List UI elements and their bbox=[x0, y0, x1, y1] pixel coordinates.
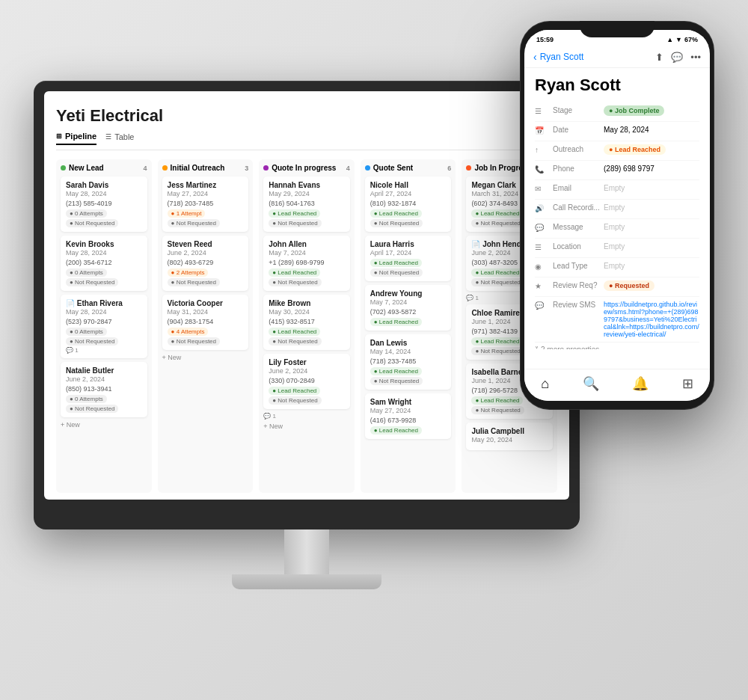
kanban-board: New Lead 4 Sarah Davis May 28, 2024 (213… bbox=[56, 159, 557, 493]
column-new-lead: New Lead 4 Sarah Davis May 28, 2024 (213… bbox=[56, 159, 152, 493]
stage-value: ● Job Complete bbox=[604, 106, 699, 114]
app-title: Yeti Electrical bbox=[56, 106, 557, 126]
battery-level: 67% bbox=[684, 36, 698, 43]
more-icon[interactable]: ••• bbox=[690, 52, 701, 63]
card-laura-harris[interactable]: Laura Harris April 17, 2024 ● Lead Reach… bbox=[365, 236, 452, 281]
lead-type-value: Empty bbox=[604, 262, 699, 270]
field-review-sms: 💬 Review SMS https://buildnetpro.github.… bbox=[535, 297, 699, 343]
lead-type-icon: ◉ bbox=[535, 262, 548, 271]
field-lead-type: ◉ Lead Type Empty bbox=[535, 258, 699, 277]
card-sarah-davis[interactable]: Sarah Davis May 28, 2024 (213) 585-4019 … bbox=[61, 176, 147, 232]
outreach-label: Outreach bbox=[553, 145, 604, 153]
email-label: Email bbox=[553, 184, 604, 192]
app-tabs: ⊞ Pipeline ☰ Table bbox=[56, 132, 557, 150]
stage-label: Stage bbox=[553, 106, 604, 114]
home-icon[interactable]: ⌂ bbox=[541, 376, 549, 392]
phone-content: Ryan Scott ☰ Stage ● Job Complete 📅 Date… bbox=[524, 68, 710, 349]
share-icon[interactable]: ⬆ bbox=[655, 52, 663, 63]
card-natalie-butler[interactable]: Natalie Butler June 2, 2024 (850) 913-39… bbox=[61, 362, 147, 417]
back-arrow-icon[interactable]: ‹ bbox=[533, 51, 537, 63]
phone-nav-icons: ⬆ 💬 ••• bbox=[655, 52, 701, 63]
location-label: Location bbox=[553, 242, 604, 251]
phone-body: 15:59 ▲ ▼ 67% ‹ Ryan Scott ⬆ 💬 ••• bbox=[520, 21, 714, 410]
col-header-quote-progress: Quote In progress 4 bbox=[263, 164, 350, 172]
add-new-lead[interactable]: + New bbox=[61, 421, 147, 429]
phone-bottom-bar: ⌂ 🔍 🔔 ⊞ bbox=[524, 369, 710, 401]
field-location: ☰ Location Empty bbox=[535, 239, 699, 258]
message-value: Empty bbox=[604, 223, 699, 231]
column-quote-sent: Quote Sent 6 Nicole Hall April 27, 2024 … bbox=[361, 159, 456, 493]
review-req-icon: ★ bbox=[535, 282, 548, 290]
phone-screen: 15:59 ▲ ▼ 67% ‹ Ryan Scott ⬆ 💬 ••• bbox=[524, 30, 710, 401]
app-content: Yeti Electrical ⊞ Pipeline ☰ Table bbox=[44, 91, 569, 500]
card-sam-wright[interactable]: Sam Wright May 27, 2024 (416) 673-9928 ●… bbox=[365, 393, 452, 439]
card-kevin-brooks[interactable]: Kevin Brooks May 28, 2024 (200) 354-6712… bbox=[61, 236, 147, 291]
add-new-outreach[interactable]: + New bbox=[162, 354, 249, 361]
card-andrew-young[interactable]: Andrew Young May 7, 2024 (702) 493-5872 … bbox=[365, 285, 452, 331]
search-bottom-icon[interactable]: 🔍 bbox=[583, 375, 599, 392]
phone-notch bbox=[580, 21, 654, 37]
chevron-down-icon: ˅ bbox=[535, 346, 539, 349]
message-label: Message bbox=[553, 223, 604, 231]
lead-type-label: Lead Type bbox=[553, 262, 604, 270]
card-ethan-rivera[interactable]: 📄 Ethan Rivera May 28, 2024 (523) 970-28… bbox=[61, 295, 147, 358]
phone-label: Phone bbox=[553, 165, 604, 173]
signal-icon: ▲ bbox=[666, 36, 673, 43]
card-julia-campbell[interactable]: Julia Campbell May 20, 2024 bbox=[466, 423, 553, 450]
card-jess-martinez[interactable]: Jess Martinez May 27, 2024 (718) 203-748… bbox=[162, 176, 249, 232]
col-dot-new-lead bbox=[61, 165, 66, 171]
message-icon: 💬 bbox=[535, 224, 548, 232]
outreach-value: ● Lead Reached bbox=[604, 145, 699, 153]
col-header-quote-sent: Quote Sent 6 bbox=[365, 164, 452, 172]
location-icon: ☰ bbox=[535, 243, 548, 251]
field-review-req: ★ Review Req? ● Requested bbox=[535, 277, 699, 297]
more-properties[interactable]: ˅ 2 more properties bbox=[535, 343, 699, 349]
col-dot-job-progress bbox=[466, 165, 471, 171]
col-dot-outreach bbox=[162, 165, 168, 171]
phone-icon: 📞 bbox=[535, 165, 548, 174]
col-dot-quote-progress bbox=[263, 165, 269, 171]
field-stage: ☰ Stage ● Job Complete bbox=[535, 102, 699, 122]
review-sms-value[interactable]: https://buildnetpro.github.io/review/sms… bbox=[604, 301, 699, 338]
tab-table[interactable]: ☰ Table bbox=[105, 132, 134, 145]
card-victoria-cooper[interactable]: Victoria Cooper May 31, 2024 (904) 283-1… bbox=[162, 295, 249, 350]
field-message: 💬 Message Empty bbox=[535, 219, 699, 239]
card-hannah-evans[interactable]: Hannah Evans May 29, 2024 (816) 504-1763… bbox=[263, 176, 350, 232]
call-recording-label: Call Recordi... bbox=[553, 203, 604, 212]
chat-icon[interactable]: 💬 bbox=[671, 52, 683, 63]
col-dot-quote-sent bbox=[365, 165, 370, 171]
email-icon: ✉ bbox=[535, 185, 548, 193]
card-john-allen[interactable]: John Allen May 7, 2024 +1 (289) 698-9799… bbox=[263, 236, 350, 291]
card-steven-reed[interactable]: Steven Reed June 2, 2024 (802) 493-6729 … bbox=[162, 236, 249, 291]
review-req-label: Review Req? bbox=[553, 281, 604, 289]
field-outreach: ↑ Outreach ● Lead Reached bbox=[535, 141, 699, 161]
date-value: May 28, 2024 bbox=[604, 126, 699, 134]
phone-value: (289) 698 9797 bbox=[604, 165, 699, 173]
column-quote-in-progress: Quote In progress 4 Hannah Evans May 29,… bbox=[259, 159, 355, 493]
add-new-quote-progress[interactable]: + New bbox=[263, 423, 350, 430]
field-email: ✉ Email Empty bbox=[535, 180, 699, 200]
email-value: Empty bbox=[604, 184, 699, 192]
mobile-phone: 15:59 ▲ ▼ 67% ‹ Ryan Scott ⬆ 💬 ••• bbox=[520, 21, 714, 410]
back-button[interactable]: Ryan Scott bbox=[540, 52, 584, 62]
bell-icon[interactable]: 🔔 bbox=[632, 375, 649, 392]
card-nicole-hall[interactable]: Nicole Hall April 27, 2024 (810) 932-187… bbox=[365, 176, 452, 232]
date-icon: 📅 bbox=[535, 126, 548, 135]
card-lily-foster[interactable]: Lily Foster June 2, 2024 (330) 070-2849 … bbox=[263, 354, 350, 409]
call-recording-value: Empty bbox=[604, 203, 699, 212]
phone-time: 15:59 bbox=[536, 36, 554, 43]
field-call-recording: 🔊 Call Recordi... Empty bbox=[535, 200, 699, 219]
desktop-monitor: Yeti Electrical ⊞ Pipeline ☰ Table bbox=[34, 81, 580, 589]
review-req-value: ● Requested bbox=[604, 281, 699, 289]
stage-icon: ☰ bbox=[535, 107, 548, 115]
monitor-bezel: Yeti Electrical ⊞ Pipeline ☰ Table bbox=[34, 81, 580, 529]
card-dan-lewis[interactable]: Dan Lewis May 14, 2024 (718) 233-7485 ● … bbox=[365, 334, 452, 390]
card-mike-brown[interactable]: Mike Brown May 30, 2024 (415) 932-8517 ●… bbox=[263, 295, 350, 350]
field-date: 📅 Date May 28, 2024 bbox=[535, 122, 699, 141]
review-sms-label: Review SMS bbox=[553, 301, 604, 309]
review-sms-icon: 💬 bbox=[535, 301, 548, 310]
tab-pipeline[interactable]: ⊞ Pipeline bbox=[56, 132, 96, 145]
location-value: Empty bbox=[604, 242, 699, 251]
grid-icon[interactable]: ⊞ bbox=[682, 375, 693, 392]
field-phone: 📞 Phone (289) 698 9797 bbox=[535, 161, 699, 180]
